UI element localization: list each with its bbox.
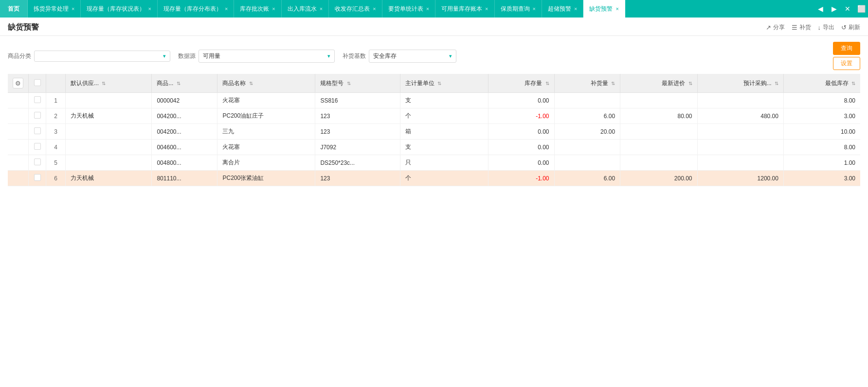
refresh-label: 刷新 [849, 23, 860, 32]
nav-maximize-button[interactable]: ⬜ [854, 0, 868, 18]
row-unit: 个 [400, 171, 488, 186]
nav-tab-in-out-flow[interactable]: 出入库流水 × [282, 0, 329, 18]
table-settings-gear[interactable]: ⚙ [13, 78, 23, 88]
nav-tab-batch-account[interactable]: 库存批次账 × [234, 0, 281, 18]
sort-spec-icon[interactable]: ⇅ [347, 81, 351, 86]
col-replenish: 补货量 ⇅ [554, 74, 620, 93]
export-action[interactable]: ↓ 导出 [818, 23, 835, 32]
row-product-code: 004600... [152, 140, 217, 155]
row-num: 1 [46, 93, 66, 108]
sort-unit-icon[interactable]: ⇅ [437, 81, 441, 86]
row-product-code: 004200... [152, 124, 217, 140]
table-row: 4 004600... 火花塞 J7092 支 0.00 8.00 [8, 140, 860, 155]
row-replenish: 6.00 [554, 108, 620, 124]
close-tab-icon[interactable]: × [225, 6, 228, 12]
row-checkbox[interactable] [34, 174, 41, 181]
close-tab-icon[interactable]: × [574, 6, 577, 12]
table-row: 1 0000042 火花塞 SS816 支 0.00 8.00 [8, 93, 860, 108]
sort-stock-icon[interactable]: ⇅ [545, 81, 549, 86]
row-settings [8, 124, 29, 140]
row-unit: 支 [400, 93, 488, 108]
row-stock: 0.00 [488, 93, 554, 108]
check-all-checkbox[interactable] [34, 79, 41, 86]
row-checkbox[interactable] [34, 143, 41, 150]
data-table: ⚙ 默认供应... ⇅ 商品... ⇅ 商品名称 [8, 74, 860, 186]
close-tab-icon[interactable]: × [148, 6, 151, 12]
sort-replenish-icon[interactable]: ⇅ [611, 81, 615, 86]
nav-tab-recv-summary[interactable]: 收发存汇总表 × [329, 0, 382, 18]
col-check-all [29, 74, 46, 93]
row-num: 4 [46, 140, 66, 155]
nav-tab-home[interactable]: 首页 [0, 0, 28, 18]
nav-tab-available-ledger[interactable]: 可用量库存账本 × [435, 0, 494, 18]
sort-supplier-icon[interactable]: ⇅ [102, 81, 106, 86]
nav-tab-expiry-query[interactable]: 保质期查询 × [495, 0, 542, 18]
row-supplier [66, 124, 152, 140]
datasource-filter: 数据源 可用量 ▾ [178, 50, 335, 63]
row-latest-price: 80.00 [620, 108, 697, 124]
row-spec: J7092 [315, 140, 400, 155]
nav-prev-button[interactable]: ◀ [814, 0, 827, 18]
row-spec: DS250*23c... [315, 155, 400, 171]
col-est-purchase: 预计采购... ⇅ [697, 74, 783, 93]
row-replenish: 6.00 [554, 171, 620, 186]
col-min-stock-label: 最低库存 [825, 80, 849, 87]
sort-min-stock-icon[interactable]: ⇅ [851, 81, 855, 86]
nav-tab-inventory-status[interactable]: 现存量（库存状况表） × [81, 0, 157, 18]
row-est-purchase [697, 124, 783, 140]
nav-tab-inventory-dist[interactable]: 现存量（库存分布表） × [158, 0, 234, 18]
row-product-code: 004200... [152, 108, 217, 124]
datasource-select[interactable]: 可用量 ▾ [199, 50, 335, 63]
category-select[interactable]: ▾ [34, 51, 170, 62]
close-tab-icon[interactable]: × [72, 6, 74, 12]
close-tab-icon[interactable]: × [320, 6, 323, 12]
nav-tab-home-label: 首页 [8, 5, 19, 13]
close-tab-icon[interactable]: × [373, 6, 376, 12]
close-tab-icon[interactable]: × [485, 6, 488, 12]
row-checkbox[interactable] [34, 96, 41, 103]
nav-tab-label: 缺货预警 [589, 5, 613, 13]
page-content: 缺货预警 ↗ 分享 ☰ 补货 ↓ 导出 ↺ 刷新 商品分类 [0, 18, 868, 387]
query-button[interactable]: 查询 [833, 42, 860, 55]
share-icon: ↗ [766, 24, 771, 31]
replenish-base-value: 安全库存 [373, 52, 397, 60]
close-tab-icon[interactable]: × [615, 6, 618, 12]
row-checkbox[interactable] [34, 127, 41, 134]
share-action[interactable]: ↗ 分享 [766, 23, 785, 32]
sort-est-purchase-icon[interactable]: ⇅ [775, 81, 778, 86]
row-latest-price [620, 155, 697, 171]
sort-latest-price-icon[interactable]: ⇅ [688, 81, 692, 86]
row-supplier: 力天机械 [66, 108, 152, 124]
nav-tab-order-stats[interactable]: 要货单统计表 × [382, 0, 435, 18]
table-row: 3 004200... 三九 123 箱 0.00 20.00 10.00 [8, 124, 860, 140]
close-tab-icon[interactable]: × [533, 6, 536, 12]
close-tab-icon[interactable]: × [426, 6, 429, 12]
replenish-base-select[interactable]: 安全库存 ▾ [369, 50, 456, 63]
refresh-action[interactable]: ↺ 刷新 [841, 23, 860, 32]
row-stock: -1.00 [488, 171, 554, 186]
datasource-chevron-icon: ▾ [327, 53, 330, 59]
nav-tab-label: 超储预警 [548, 5, 571, 13]
row-supplier [66, 140, 152, 155]
sort-product-code-icon[interactable]: ⇅ [177, 81, 181, 86]
row-checkbox[interactable] [34, 112, 41, 119]
filter-actions: 查询 设置 [833, 42, 860, 70]
row-checkbox[interactable] [34, 158, 41, 165]
row-supplier [66, 93, 152, 108]
settings-button[interactable]: 设置 [833, 57, 860, 70]
row-check [29, 140, 46, 155]
sort-product-name-icon[interactable]: ⇅ [249, 81, 253, 86]
nav-tab-label: 可用量库存账本 [441, 5, 482, 13]
nav-tab-defect-process[interactable]: 拣货异常处理 × [28, 0, 81, 18]
row-est-purchase [697, 93, 783, 108]
nav-tab-overstock[interactable]: 超储预警 × [542, 0, 583, 18]
row-unit: 只 [400, 155, 488, 171]
col-num [46, 74, 66, 93]
replenish-base-label: 补货基数 [343, 52, 366, 60]
page-title: 缺货预警 [8, 22, 39, 33]
close-tab-icon[interactable]: × [272, 6, 275, 12]
nav-tab-shortage[interactable]: 缺货预警 × [583, 0, 625, 18]
replenish-action[interactable]: ☰ 补货 [792, 23, 811, 32]
nav-close-button[interactable]: ✕ [841, 0, 854, 18]
nav-next-button[interactable]: ▶ [827, 0, 841, 18]
